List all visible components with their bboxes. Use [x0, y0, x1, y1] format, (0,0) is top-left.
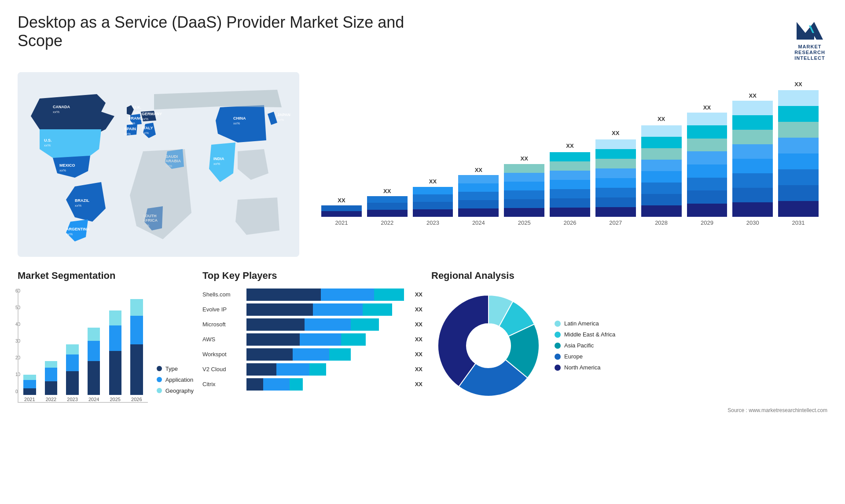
bar-top-label: XX — [749, 92, 757, 99]
player-bar-segment — [246, 318, 305, 331]
bar-segment — [413, 194, 453, 202]
bar-segment — [595, 139, 636, 149]
page-header: Desktop as a Service (DaaS) Provider Mar… — [18, 13, 827, 62]
bar-segment — [458, 192, 499, 200]
bar-stack — [595, 138, 636, 217]
seg-segment — [23, 388, 36, 395]
bar-segment — [732, 115, 773, 130]
legend-dot — [157, 388, 162, 393]
seg-year-label: 2026 — [131, 397, 142, 402]
bar-segment — [641, 125, 682, 137]
player-bar-segment — [341, 333, 366, 346]
bar-group-2027: XX2027 — [595, 130, 636, 226]
seg-chart-wrapper: 0 10 20 30 40 50 60 20212022202320242025… — [18, 289, 194, 403]
bar-group-2023: XX2023 — [413, 178, 453, 226]
bar-segment — [550, 208, 590, 217]
bar-segment — [458, 183, 499, 192]
bar-segment — [595, 188, 636, 197]
bar-stack — [504, 164, 544, 217]
bar-group-2030: XX2030 — [732, 92, 773, 226]
bar-group-2024: XX2024 — [458, 167, 499, 226]
seg-segment — [66, 354, 78, 371]
bar-segment — [595, 149, 636, 159]
bar-segment — [687, 113, 727, 126]
svg-text:xx%: xx% — [142, 117, 148, 121]
bar-segment — [641, 137, 682, 148]
bar-top-label: XX — [383, 188, 391, 194]
player-name: V2 Cloud — [202, 366, 242, 373]
legend-label: Geography — [165, 387, 194, 394]
bar-segment — [732, 173, 773, 188]
bar-segment — [641, 194, 682, 205]
bar-group-2026: XX2026 — [550, 142, 590, 226]
player-bar-segment — [313, 303, 363, 316]
player-row: AWSXX — [202, 333, 422, 346]
bar-stack — [367, 196, 408, 217]
player-row: V2 CloudXX — [202, 363, 422, 376]
regional-legend-dot — [555, 343, 561, 349]
legend-label: Application — [165, 376, 194, 383]
player-bar-container: XX — [246, 289, 422, 301]
bar-segment — [595, 178, 636, 188]
key-players-section: Top Key Players Shells.comXXEvolve IPXXM… — [202, 270, 422, 413]
regional-content: Latin AmericaMiddle East & AfricaAsia Pa… — [431, 289, 827, 403]
bar-segment — [458, 200, 499, 208]
bar-group-2031: XX2031 — [778, 81, 819, 226]
svg-text:xx%: xx% — [142, 131, 149, 135]
player-xx-label: XX — [415, 321, 422, 328]
bar-year-label: 2022 — [381, 219, 393, 226]
bar-segment — [732, 202, 773, 217]
bar-segment — [504, 190, 544, 199]
regional-legend: Latin AmericaMiddle East & AfricaAsia Pa… — [555, 320, 615, 371]
bar-segment — [595, 197, 636, 207]
player-bar-segment — [374, 289, 404, 301]
svg-text:xx%: xx% — [53, 110, 59, 114]
player-row: Evolve IPXX — [202, 303, 422, 316]
bar-segment — [550, 189, 590, 198]
bar-segment — [595, 159, 636, 168]
player-bar-segment — [246, 378, 263, 391]
player-bar-segment — [305, 318, 351, 331]
player-row: Shells.comXX — [202, 289, 422, 301]
player-bar-segment — [329, 348, 351, 361]
player-bar-segment — [246, 289, 321, 301]
mexico-label: MEXICO — [59, 163, 75, 168]
bar-segment — [778, 169, 819, 185]
player-bar-stack — [246, 303, 412, 316]
us-label: U.S. — [44, 138, 52, 142]
bar-segment — [504, 173, 544, 182]
player-bar-stack — [246, 318, 412, 331]
bar-segment — [595, 168, 636, 178]
legend-label: Type — [165, 365, 178, 372]
seg-segment — [45, 361, 57, 368]
bar-segment — [687, 125, 727, 139]
player-name: Microsoft — [202, 321, 242, 328]
bar-top-label: XX — [794, 81, 802, 88]
player-xx-label: XX — [415, 366, 422, 373]
player-bar-segment — [276, 363, 309, 376]
player-name: Shells.com — [202, 291, 242, 298]
bar-segment — [687, 178, 727, 191]
bar-segment — [778, 90, 819, 106]
player-bar-container: XX — [246, 378, 422, 391]
bar-segment — [321, 205, 362, 211]
seg-bar-group-2023: 2023 — [63, 293, 81, 402]
player-bar-segment — [246, 333, 300, 346]
seg-segment — [23, 380, 36, 388]
player-bar-stack — [246, 378, 412, 391]
seg-segment — [109, 325, 121, 351]
bar-year-label: 2027 — [609, 219, 622, 226]
regional-legend-item-north-america: North America — [555, 364, 615, 371]
bar-stack — [778, 89, 819, 217]
key-players-title: Top Key Players — [202, 270, 422, 281]
legend-item-geography: Geography — [157, 387, 194, 394]
segmentation-section: Market Segmentation 0 10 20 30 40 50 60 … — [18, 270, 194, 413]
seg-bar-wrapper — [66, 344, 78, 395]
bar-segment — [732, 159, 773, 173]
bar-top-label: XX — [475, 167, 482, 173]
player-bar-stack — [246, 363, 412, 376]
bar-segment — [778, 153, 819, 169]
player-bar-segment — [246, 303, 313, 316]
player-name: Workspot — [202, 351, 242, 358]
bar-segment — [641, 160, 682, 171]
